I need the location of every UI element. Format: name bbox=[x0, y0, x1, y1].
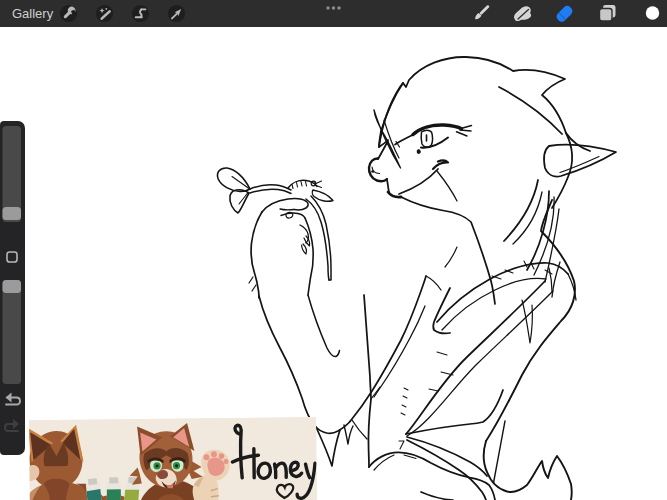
svg-text:Gallery: Gallery bbox=[12, 6, 54, 21]
